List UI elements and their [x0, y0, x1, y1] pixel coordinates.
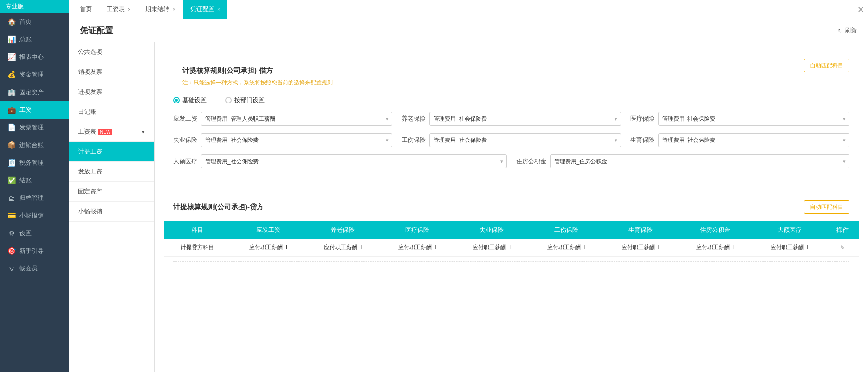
select-medical[interactable]: 管理费用_社会保险费	[658, 112, 849, 126]
new-guide-icon: 🎯	[7, 247, 16, 255]
field-pension: 养老保险 管理费用_社会保险费	[402, 112, 621, 126]
select-unemployment[interactable]: 管理费用_社会保险费	[201, 133, 392, 147]
field-salary: 应发工资 管理费用_管理人员职工薪酬	[173, 112, 392, 126]
select-housing-wrapper: 管理费用_住房公积金	[550, 154, 850, 168]
sidebar-label-tax-mgmt: 税务管理	[19, 159, 44, 167]
select-salary-wrapper: 管理费用_管理人员职工薪酬	[201, 112, 392, 126]
member-icon: V	[7, 265, 16, 273]
sub-menu-label-sales-invoice: 销项发票	[78, 68, 102, 76]
table-cell-5: 应付职工薪酬_l	[529, 239, 603, 257]
field-medical: 医疗保险 管理费用_社会保险费	[630, 112, 849, 126]
sidebar-item-invoice-mgmt[interactable]: 📄发票管理	[0, 119, 69, 136]
sidebar-item-archive-mgmt[interactable]: 🗂归档管理	[0, 189, 69, 207]
sub-menu-item-fixed-assets-sub[interactable]: 固定资产	[69, 182, 154, 202]
sidebar-item-tax-mgmt[interactable]: 🧾税务管理	[0, 154, 69, 172]
sub-menu-item-calculate-payroll[interactable]: 计提工资	[69, 142, 154, 162]
sub-menu-label-public-options: 公共选项	[78, 48, 102, 56]
sidebar-item-report-center[interactable]: 📈报表中心	[0, 48, 69, 66]
tab-label-voucher-config: 凭证配置	[190, 5, 214, 13]
radio-dept-circle	[225, 97, 232, 103]
payroll-icon: 💼	[7, 106, 16, 114]
field-major-medical: 大额医疗 管理费用_社会保险费	[173, 154, 507, 168]
sub-menu: 公共选项销项发票进项发票日记账工资表NEW▾计提工资发放工资固定资产小畅报销	[69, 42, 155, 372]
edit-icon[interactable]: ✎	[840, 244, 845, 251]
sidebar-label-general-ledger: 总账	[19, 35, 32, 44]
debit-section-title: 计提核算规则(公司承担)-借方	[173, 59, 342, 79]
sidebar-item-new-guide[interactable]: 🎯新手引导	[0, 242, 69, 260]
report-center-icon: 📈	[7, 53, 16, 61]
table-cell-action[interactable]: ✎	[827, 239, 859, 257]
sub-menu-item-public-options[interactable]: 公共选项	[69, 42, 154, 62]
select-maternity[interactable]: 管理费用_社会保险费	[658, 133, 849, 147]
sub-menu-label-journal: 日记账	[78, 108, 96, 116]
tab-voucher-config[interactable]: 凭证配置×	[183, 0, 227, 19]
sub-menu-item-journal[interactable]: 日记账	[69, 102, 154, 122]
table-cell-1: 应付职工薪酬_l	[231, 239, 305, 257]
credit-section-header: 计提核算规则(公司承担)-贷方 自动匹配科目	[164, 193, 859, 221]
close-window-button[interactable]: ✕	[857, 5, 864, 15]
edition-label: 专业版	[6, 2, 24, 11]
tab-label-home: 首页	[80, 5, 92, 13]
select-housing[interactable]: 管理费用_住房公积金	[550, 154, 850, 168]
radio-basic[interactable]: 基础设置	[173, 96, 207, 104]
table-cell-3: 应付职工薪酬_l	[380, 239, 454, 257]
sidebar-item-xiaochang-expense[interactable]: 💳小畅报销	[0, 207, 69, 224]
select-injury[interactable]: 管理费用_社会保险费	[429, 133, 621, 147]
sidebar-item-capital-mgmt[interactable]: 💰资金管理	[0, 66, 69, 83]
debit-auto-match-button[interactable]: 自动匹配科目	[804, 59, 849, 72]
sub-menu-item-xiaochang-report[interactable]: 小畅报销	[69, 202, 154, 222]
table-cell-8: 应付职工薪酬_l	[752, 239, 826, 257]
select-salary[interactable]: 管理费用_管理人员职工薪酬	[201, 112, 392, 126]
th-生育保险: 生育保险	[603, 221, 678, 239]
credit-auto-match-button[interactable]: 自动匹配科目	[804, 200, 849, 214]
select-medical-wrapper: 管理费用_社会保险费	[658, 112, 849, 126]
label-injury: 工伤保险	[402, 136, 426, 144]
select-major-medical-wrapper: 管理费用_社会保险费	[201, 154, 507, 168]
page-title: 凭证配置	[80, 25, 113, 36]
th-养老保险: 养老保险	[305, 221, 380, 239]
tab-close-period-close[interactable]: ×	[172, 6, 175, 12]
sidebar-item-fixed-assets[interactable]: 🏢固定资产	[0, 83, 69, 101]
sidebar-label-invoice-mgmt: 发票管理	[19, 123, 44, 132]
tab-close-salary-table[interactable]: ×	[128, 6, 130, 12]
sidebar-item-member[interactable]: V畅会员	[0, 260, 69, 277]
sidebar-item-general-ledger[interactable]: 📊总账	[0, 31, 69, 48]
table-row: 计提贷方科目应付职工薪酬_l应付职工薪酬_l应付职工薪酬_l应付职工薪酬_l应付…	[164, 239, 859, 257]
sidebar-label-member: 畅会员	[19, 264, 38, 273]
credit-table: 科目应发工资养老保险医疗保险失业保险工伤保险生育保险住房公积金大额医疗操作 计提…	[164, 221, 859, 257]
table-cell-6: 应付职工薪酬_l	[603, 239, 678, 257]
tab-salary-table[interactable]: 工资表×	[99, 0, 138, 19]
select-major-medical[interactable]: 管理费用_社会保险费	[201, 154, 507, 168]
sidebar-item-settlement[interactable]: ✅结账	[0, 172, 69, 189]
sidebar-item-home[interactable]: 🏠首页	[0, 13, 69, 31]
sidebar-label-new-guide: 新手引导	[19, 247, 44, 255]
label-pension: 养老保险	[402, 115, 426, 123]
new-badge-salary-table: NEW	[98, 129, 112, 135]
sidebar-item-payroll[interactable]: 💼工资	[0, 101, 69, 119]
tab-period-close[interactable]: 期末结转×	[138, 0, 182, 19]
select-pension[interactable]: 管理费用_社会保险费	[429, 112, 621, 126]
sub-menu-item-sales-invoice[interactable]: 销项发票	[69, 62, 154, 82]
field-maternity: 生育保险 管理费用_社会保险费	[630, 133, 849, 147]
field-unemployment: 失业保险 管理费用_社会保险费	[173, 133, 392, 147]
debit-form-row2: 失业保险 管理费用_社会保险费 工伤保险 管理费用_社会保险费	[164, 133, 859, 154]
tab-close-voucher-config[interactable]: ×	[217, 6, 220, 12]
credit-divider	[173, 261, 849, 262]
radio-by-dept[interactable]: 按部门设置	[225, 96, 265, 104]
capital-mgmt-icon: 💰	[7, 71, 16, 79]
page-header: 凭证配置 ↻ 刷新	[69, 19, 868, 42]
sidebar-item-settings[interactable]: ⚙设置	[0, 224, 69, 242]
sidebar-header: 专业版	[0, 0, 69, 13]
sub-menu-item-pay-salary[interactable]: 发放工资	[69, 162, 154, 182]
sub-menu-item-salary-table[interactable]: 工资表NEW▾	[69, 122, 154, 142]
sub-menu-label-fixed-assets-sub: 固定资产	[78, 187, 102, 196]
settings-icon: ⚙	[7, 229, 16, 237]
sub-menu-item-purchase-invoice[interactable]: 进项发票	[69, 82, 154, 102]
debit-radio-group: 基础设置 按部门设置	[164, 92, 859, 112]
radio-basic-circle	[173, 97, 180, 103]
refresh-button[interactable]: ↻ 刷新	[838, 26, 857, 35]
sidebar-item-purchase-sales[interactable]: 📦进销台账	[0, 136, 69, 154]
tab-home[interactable]: 首页	[72, 0, 99, 19]
field-housing: 住房公积金 管理费用_住房公积金	[516, 154, 850, 168]
tab-label-salary-table: 工资表	[107, 5, 125, 13]
